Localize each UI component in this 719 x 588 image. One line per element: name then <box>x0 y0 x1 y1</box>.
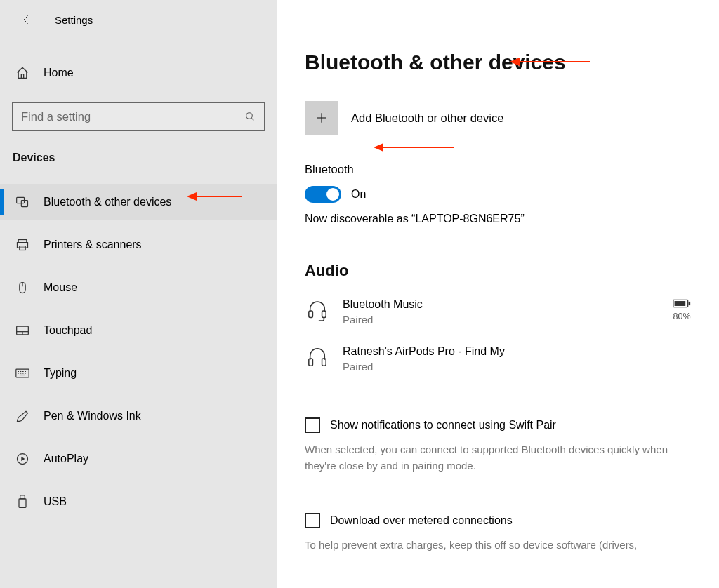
search-icon <box>244 111 256 122</box>
sidebar-item-mouse[interactable]: Mouse <box>0 269 277 306</box>
search-input[interactable] <box>21 110 244 123</box>
device-name: Ratnesh’s AirPods Pro - Find My <box>343 345 698 358</box>
sidebar-item-label: Bluetooth & other devices <box>44 196 171 208</box>
headphones-icon <box>305 345 330 368</box>
svg-point-0 <box>246 113 253 119</box>
sidebar-item-home[interactable]: Home <box>0 59 277 87</box>
bluetooth-label: Bluetooth <box>305 163 698 176</box>
sidebar-item-label: AutoPlay <box>44 453 88 465</box>
svg-rect-32 <box>322 359 326 366</box>
svg-rect-31 <box>309 359 313 366</box>
sidebar-item-label: Touchpad <box>44 324 92 337</box>
device-row-airpods[interactable]: Ratnesh’s AirPods Pro - Find My Paired <box>305 341 698 388</box>
sidebar-nav-list: Bluetooth & other devices Printers & sca… <box>0 184 277 526</box>
bluetooth-toggle-row: On <box>305 186 698 203</box>
devices-icon <box>15 196 29 208</box>
mouse-icon <box>15 281 29 295</box>
page-title: Bluetooth & other devices <box>305 51 698 74</box>
home-icon <box>15 66 29 80</box>
home-label: Home <box>44 67 74 79</box>
sidebar-item-touchpad[interactable]: Touchpad <box>0 312 277 349</box>
autoplay-icon <box>15 452 29 466</box>
swift-pair-row: Show notifications to connect using Swif… <box>305 417 698 433</box>
add-device-label: Add Bluetooth or other device <box>351 112 503 125</box>
device-name: Bluetooth Music <box>343 298 673 311</box>
sidebar-item-label: Typing <box>44 367 77 380</box>
device-row-bluetooth-music[interactable]: Bluetooth Music Paired 80% <box>305 294 698 341</box>
usb-icon <box>15 495 29 509</box>
device-status: Paired <box>343 314 673 326</box>
swift-pair-checkbox[interactable] <box>305 417 320 433</box>
svg-rect-26 <box>309 311 313 317</box>
annotation-arrow <box>374 143 454 152</box>
headset-icon <box>305 298 330 322</box>
metered-label: Download over metered connections <box>330 514 513 527</box>
app-title: Settings <box>55 14 93 26</box>
audio-heading: Audio <box>305 262 698 280</box>
sidebar-item-label: Pen & Windows Ink <box>44 410 141 422</box>
svg-rect-23 <box>19 499 26 508</box>
svg-rect-29 <box>675 301 686 306</box>
svg-rect-3 <box>18 240 27 243</box>
metered-row: Download over metered connections <box>305 513 698 528</box>
metered-checkbox[interactable] <box>305 513 320 528</box>
battery-icon <box>673 298 691 309</box>
sidebar-header: Settings <box>0 7 277 32</box>
sidebar-item-printers[interactable]: Printers & scanners <box>0 227 277 263</box>
svg-rect-22 <box>20 495 25 499</box>
swift-pair-description: When selected, you can connect to suppor… <box>305 441 684 474</box>
add-device-button[interactable]: Add Bluetooth or other device <box>305 101 698 135</box>
svg-rect-4 <box>18 243 28 248</box>
plus-box <box>305 101 338 135</box>
sidebar-item-usb[interactable]: USB <box>0 483 277 520</box>
battery-percent: 80% <box>673 312 690 321</box>
sidebar-item-typing[interactable]: Typing <box>0 355 277 392</box>
keyboard-icon <box>15 368 29 378</box>
plus-icon <box>315 111 329 125</box>
search-box[interactable] <box>12 102 265 131</box>
sidebar-item-label: Mouse <box>44 281 77 294</box>
metered-description: To help prevent extra charges, keep this… <box>305 537 684 553</box>
sidebar-item-label: Printers & scanners <box>44 239 142 251</box>
sidebar-item-autoplay[interactable]: AutoPlay <box>0 441 277 477</box>
sidebar-item-pen[interactable]: Pen & Windows Ink <box>0 398 277 434</box>
back-button[interactable] <box>14 7 39 32</box>
back-arrow-icon <box>21 14 32 25</box>
settings-sidebar: Settings Home Devices <box>0 0 277 588</box>
device-status: Paired <box>343 361 698 373</box>
sidebar-section-label: Devices <box>0 152 277 164</box>
pen-icon <box>15 409 29 423</box>
svg-rect-30 <box>689 302 691 305</box>
bluetooth-toggle[interactable] <box>305 186 341 203</box>
main-content: Bluetooth & other devices Add Bluetooth … <box>277 0 719 588</box>
touchpad-icon <box>15 325 29 336</box>
toggle-state-label: On <box>351 188 366 201</box>
printer-icon <box>15 238 29 252</box>
sidebar-item-label: USB <box>44 495 67 508</box>
svg-rect-27 <box>322 311 326 317</box>
swift-pair-label: Show notifications to connect using Swif… <box>330 419 556 432</box>
toggle-knob <box>326 188 339 201</box>
device-battery: 80% <box>673 298 691 321</box>
sidebar-item-bluetooth[interactable]: Bluetooth & other devices <box>0 184 277 220</box>
discoverable-text: Now discoverable as “LAPTOP-8GN6ER75” <box>305 213 698 225</box>
